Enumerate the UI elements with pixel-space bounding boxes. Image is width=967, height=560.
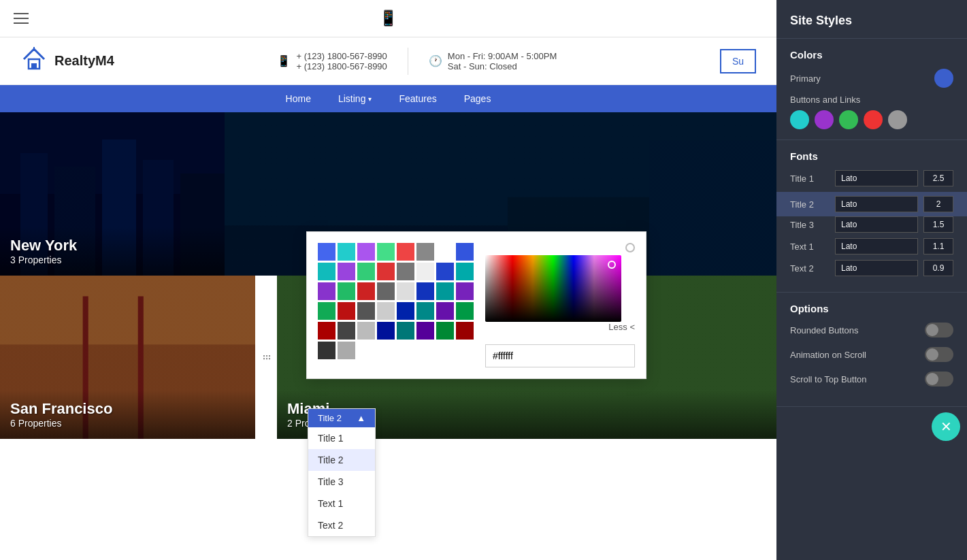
color-gradient[interactable] bbox=[485, 255, 621, 322]
scroll-top-toggle[interactable] bbox=[925, 372, 953, 386]
rounded-buttons-toggle[interactable] bbox=[925, 323, 953, 337]
color-swatch[interactable] bbox=[318, 243, 335, 261]
color-swatch[interactable] bbox=[397, 243, 414, 261]
color-swatch[interactable] bbox=[416, 322, 434, 340]
color-swatch[interactable] bbox=[377, 263, 395, 280]
color-swatch[interactable] bbox=[357, 282, 375, 300]
close-fab-button[interactable]: ✕ bbox=[932, 412, 960, 441]
font-option-title1[interactable]: Title 1 bbox=[308, 427, 375, 449]
color-swatch[interactable] bbox=[397, 302, 414, 320]
color-swatch[interactable] bbox=[416, 243, 434, 261]
font-option-text1[interactable]: Text 1 bbox=[308, 493, 375, 514]
color-swatch[interactable] bbox=[318, 302, 335, 320]
animation-scroll-knob bbox=[926, 348, 938, 361]
font-row-title1: Title 1 Lato bbox=[790, 170, 953, 186]
colors-section-title: Colors bbox=[790, 49, 953, 61]
font-dropdown-active-label[interactable]: Title 2 ▲ bbox=[308, 409, 375, 427]
color-swatch[interactable] bbox=[456, 302, 474, 320]
animation-scroll-toggle[interactable] bbox=[925, 347, 953, 362]
color-swatch[interactable] bbox=[377, 282, 395, 300]
less-button[interactable]: Less < bbox=[485, 322, 635, 332]
color-swatch[interactable] bbox=[436, 243, 454, 261]
color-swatch[interactable] bbox=[338, 263, 355, 280]
color-swatch[interactable] bbox=[357, 322, 375, 340]
color-swatch[interactable] bbox=[436, 282, 454, 300]
property-card-overlay-sf: San Francisco 6 Properties bbox=[0, 390, 255, 439]
font-label-title3: Title 3 bbox=[790, 220, 830, 230]
color-swatch[interactable] bbox=[416, 263, 434, 280]
color-swatch[interactable] bbox=[397, 322, 414, 340]
font-select-title1[interactable]: Lato bbox=[835, 170, 918, 186]
font-dropdown-popup[interactable]: Title 2 ▲ Title 1 Title 2 Title 3 Text 1… bbox=[308, 408, 376, 537]
font-size-title2[interactable] bbox=[923, 196, 953, 212]
color-swatch[interactable] bbox=[338, 282, 355, 300]
color-swatch[interactable] bbox=[456, 322, 474, 340]
color-swatch[interactable] bbox=[416, 302, 434, 320]
font-option-title3[interactable]: Title 3 bbox=[308, 471, 375, 493]
color-swatch[interactable] bbox=[456, 282, 474, 300]
primary-color-dot[interactable] bbox=[934, 69, 953, 88]
color-swatch[interactable] bbox=[318, 282, 335, 300]
color-swatch[interactable] bbox=[436, 302, 454, 320]
font-size-text1[interactable] bbox=[923, 238, 953, 254]
color-dot-gray[interactable] bbox=[888, 110, 907, 129]
color-swatch[interactable] bbox=[338, 302, 355, 320]
color-swatch[interactable] bbox=[338, 322, 355, 340]
nav-pages[interactable]: Pages bbox=[464, 93, 491, 104]
rounded-buttons-knob bbox=[926, 324, 938, 336]
color-swatch[interactable] bbox=[377, 322, 395, 340]
color-dot-teal[interactable] bbox=[790, 110, 809, 129]
color-dot-green[interactable] bbox=[839, 110, 858, 129]
color-swatch[interactable] bbox=[357, 243, 375, 261]
subscribe-button[interactable]: Su bbox=[720, 49, 756, 73]
color-swatch[interactable] bbox=[456, 243, 474, 261]
color-swatch[interactable] bbox=[318, 263, 335, 280]
font-select-title2[interactable]: Lato bbox=[835, 196, 918, 212]
hamburger-button[interactable] bbox=[14, 13, 29, 24]
options-section-title: Options bbox=[790, 303, 953, 314]
color-swatch[interactable] bbox=[397, 263, 414, 280]
primary-label: Primary bbox=[790, 73, 821, 84]
property-count-ny: 3 Properties bbox=[10, 254, 214, 265]
nav-listing[interactable]: Listing ▾ bbox=[338, 93, 372, 104]
font-size-title1[interactable] bbox=[923, 170, 953, 186]
font-size-text2[interactable] bbox=[923, 260, 953, 276]
fonts-section-title: Fonts bbox=[790, 150, 953, 162]
color-swatch[interactable] bbox=[397, 282, 414, 300]
font-select-title3[interactable]: Lato bbox=[835, 216, 918, 233]
font-size-title3[interactable] bbox=[923, 216, 953, 233]
font-label-title1: Title 1 bbox=[790, 174, 830, 184]
color-dot-red[interactable] bbox=[864, 110, 883, 129]
color-swatch[interactable] bbox=[318, 322, 335, 340]
font-option-text2[interactable]: Text 2 bbox=[308, 514, 375, 536]
color-swatch[interactable] bbox=[357, 263, 375, 280]
hex-input[interactable] bbox=[485, 344, 635, 367]
font-select-text2[interactable]: Lato bbox=[835, 260, 918, 276]
nav-features[interactable]: Features bbox=[399, 93, 436, 104]
nav-home[interactable]: Home bbox=[286, 93, 311, 104]
color-swatch[interactable] bbox=[436, 263, 454, 280]
color-swatch[interactable] bbox=[338, 243, 355, 261]
phone2: + (123) 1800-567-8990 bbox=[296, 61, 387, 71]
color-picker-content: Less < bbox=[318, 243, 635, 367]
color-picker-popup[interactable]: Less < bbox=[306, 231, 646, 379]
font-select-text1[interactable]: Lato bbox=[835, 238, 918, 254]
color-swatch[interactable] bbox=[436, 322, 454, 340]
color-swatch[interactable] bbox=[416, 282, 434, 300]
mobile-preview-icon[interactable]: 📱 bbox=[379, 10, 397, 27]
color-swatch[interactable] bbox=[377, 302, 395, 320]
color-swatch[interactable] bbox=[357, 302, 375, 320]
property-card-sanfrancisco[interactable]: San Francisco 6 Properties bbox=[0, 276, 255, 439]
grid-gap: ⠿ bbox=[255, 276, 277, 439]
color-dot-purple[interactable] bbox=[815, 110, 834, 129]
color-swatch[interactable] bbox=[377, 243, 395, 261]
top-bar: 📱 bbox=[0, 0, 776, 37]
property-card-newyork[interactable]: New York 3 Properties bbox=[0, 112, 225, 276]
phone-contact: 📱 + (123) 1800-567-8990 + (123) 1800-567… bbox=[277, 51, 387, 71]
color-swatch[interactable] bbox=[318, 342, 335, 359]
scroll-top-row: Scroll to Top Button bbox=[790, 372, 953, 386]
color-swatch[interactable] bbox=[338, 342, 355, 359]
font-label-text2: Text 2 bbox=[790, 263, 830, 274]
color-swatch[interactable] bbox=[456, 263, 474, 280]
font-option-title2[interactable]: Title 2 bbox=[308, 449, 375, 471]
